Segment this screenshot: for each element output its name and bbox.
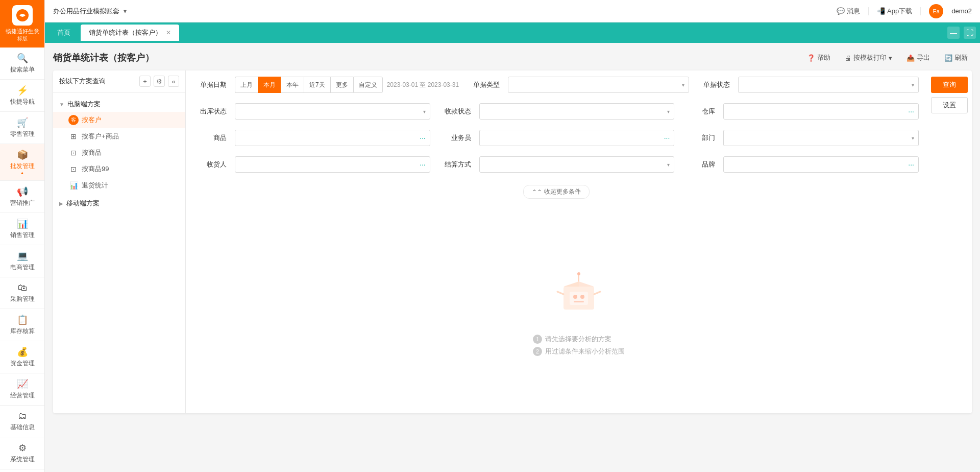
- refresh-icon: 🔄: [944, 54, 952, 62]
- receiver-filter[interactable]: ···: [235, 156, 430, 173]
- sidebar-item-label: 系统管理: [10, 455, 35, 464]
- sidebar-item-inventory[interactable]: 📋 库存核算: [0, 309, 45, 341]
- main-panel: 按以下方案查询 + ⚙ « ▼ 电脑端方案 客: [53, 70, 972, 413]
- sidebar-item-label: 采购管理: [10, 295, 35, 303]
- export-button[interactable]: 📤 导出: [902, 51, 934, 64]
- sidebar-item-ecommerce[interactable]: 💻 电商管理: [0, 245, 45, 277]
- retail-icon: 🛒: [17, 117, 28, 128]
- inventory-icon: 📋: [17, 314, 28, 325]
- scheme-add-button[interactable]: +: [139, 76, 151, 87]
- sidebar-item-search[interactable]: 🔍 搜索菜单: [0, 48, 45, 80]
- system-icon: ⚙: [18, 442, 27, 454]
- tree-group-pc-header[interactable]: ▼ 电脑端方案: [53, 97, 185, 112]
- sidebar-item-retail[interactable]: 🛒 零售管理: [0, 112, 45, 144]
- sidebar-item-finance[interactable]: 💰 资金管理: [0, 341, 45, 373]
- filter-row-3: 商品 ··· 业务员 ··· 部门: [186, 126, 927, 146]
- goods-dots: ···: [420, 134, 426, 142]
- download-icon: 📲: [877, 7, 885, 15]
- sidebar-item-wholesale[interactable]: 📦 批发管理 ▲: [0, 144, 45, 181]
- tree-item-by-product[interactable]: ⊡ 按商品: [53, 145, 185, 161]
- query-button[interactable]: 查询: [931, 77, 968, 93]
- pay-status-filter[interactable]: ▾: [479, 103, 675, 120]
- tabbar: 首页 销货单统计表（按客户） ✕ — ⛶: [45, 22, 980, 43]
- basic-icon: 🗂: [18, 411, 27, 421]
- scheme-collapse-button[interactable]: «: [168, 76, 179, 87]
- tab-minimize-button[interactable]: —: [947, 27, 960, 39]
- topbar-right: 💬 消息 📲 App下载 Ea demo2: [837, 4, 972, 18]
- topbar-left: 办公用品行业模拟账套 ▾: [53, 7, 127, 16]
- svg-marker-2: [564, 281, 579, 287]
- message-button[interactable]: 💬 消息: [837, 7, 860, 16]
- svg-point-5: [573, 295, 577, 299]
- tree-item-by-customer[interactable]: 客 按客户: [53, 112, 185, 128]
- date-btn-7days[interactable]: 近7天: [304, 77, 330, 93]
- collapse-button[interactable]: ⌃⌃ 收起更多条件: [523, 185, 590, 199]
- username[interactable]: demo2: [951, 7, 972, 15]
- tab-fullscreen-button[interactable]: ⛶: [964, 27, 976, 39]
- refresh-button[interactable]: 🔄 刷新: [940, 51, 972, 64]
- filter-row-2: 出库状态 ▾ 收款状态 ▾ 仓库: [186, 99, 927, 120]
- app-download-button[interactable]: 📲 App下载: [877, 7, 912, 16]
- dept-label: 部门: [682, 133, 715, 143]
- status-filter[interactable]: ▾: [738, 77, 919, 93]
- sidebar-item-sales[interactable]: 📊 销售管理: [0, 213, 45, 245]
- tree-expand-arrow: ▼: [59, 102, 64, 107]
- help-button[interactable]: ❓ 帮助: [803, 51, 835, 64]
- sidebar-item-purchase[interactable]: 🛍 采购管理: [0, 277, 45, 309]
- dept-filter[interactable]: ▾: [723, 130, 919, 146]
- settings-button[interactable]: 设置: [931, 97, 968, 113]
- page-title: 销货单统计表（按客户）: [53, 52, 154, 64]
- customer-icon: 客: [68, 115, 79, 125]
- template-print-button[interactable]: 🖨 按模板打印 ▾: [841, 51, 896, 64]
- divider2: [920, 7, 921, 15]
- date-btn-last-month[interactable]: 上月: [235, 77, 258, 93]
- date-btn-this-month[interactable]: 本月: [258, 77, 281, 93]
- warehouse-dots: ···: [908, 107, 914, 115]
- svg-rect-7: [574, 301, 584, 302]
- tree-group-mobile: ▶ 移动端方案: [53, 196, 185, 211]
- salesperson-filter[interactable]: ···: [479, 130, 675, 146]
- sales-icon: 📊: [17, 218, 28, 229]
- sidebar: 畅捷通好生意 标版 🔍 搜索菜单 ⚡ 快捷导航 🛒 零售管理 📦 批发管理 ▲ …: [0, 0, 45, 472]
- brand-label: 品牌: [682, 160, 715, 169]
- tree-collapse-arrow: ▶: [59, 201, 63, 206]
- goods-filter[interactable]: ···: [235, 130, 430, 146]
- warehouse-label: 仓库: [682, 107, 715, 116]
- query-buttons: 查询 设置: [927, 70, 972, 203]
- sidebar-item-enterprise[interactable]: 🤝 企业协同: [0, 469, 45, 472]
- payment-method-arrow: ▾: [667, 162, 670, 168]
- tree-item-by-product99[interactable]: ⊡ 按商品99: [53, 161, 185, 177]
- date-btn-more[interactable]: 更多: [330, 77, 353, 93]
- date-label: 单据日期: [194, 80, 227, 89]
- tab-close-button[interactable]: ✕: [166, 29, 171, 36]
- warehouse-filter[interactable]: ···: [723, 103, 919, 120]
- payment-method-filter[interactable]: ▾: [479, 156, 675, 173]
- tabbar-right: — ⛶: [947, 27, 976, 39]
- tree-item-by-customer-product[interactable]: ⊞ 按客户+商品: [53, 128, 185, 145]
- receiver-label: 收货人: [194, 160, 227, 169]
- sidebar-item-basic[interactable]: 🗂 基础信息: [0, 406, 45, 437]
- date-btn-this-year[interactable]: 本年: [281, 77, 304, 93]
- tree-item-return-stat[interactable]: 📊 退货统计: [53, 177, 185, 194]
- sidebar-item-system[interactable]: ⚙ 系统管理: [0, 437, 45, 469]
- avatar[interactable]: Ea: [929, 4, 943, 18]
- sidebar-item-marketing[interactable]: 📢 营销推广: [0, 181, 45, 213]
- tree-mobile-label: 移动端方案: [66, 199, 100, 208]
- tree-group-mobile-header[interactable]: ▶ 移动端方案: [53, 196, 185, 211]
- tab-sales-stat[interactable]: 销货单统计表（按客户） ✕: [81, 25, 179, 41]
- date-btn-custom[interactable]: 自定义: [353, 77, 383, 93]
- brand-filter[interactable]: ···: [723, 156, 919, 173]
- app-name: 畅捷通好生意: [6, 28, 39, 35]
- scheme-sidebar: 按以下方案查询 + ⚙ « ▼ 电脑端方案 客: [53, 70, 186, 413]
- stock-status-filter[interactable]: ▾: [235, 103, 430, 120]
- sidebar-item-label: 快捷导航: [10, 98, 35, 106]
- scheme-settings-button[interactable]: ⚙: [154, 76, 165, 87]
- sidebar-item-operations[interactable]: 📈 经营管理: [0, 373, 45, 406]
- tab-home[interactable]: 首页: [49, 25, 79, 41]
- topbar-dropdown-arrow[interactable]: ▾: [124, 8, 127, 15]
- sidebar-item-quick-nav[interactable]: ⚡ 快捷导航: [0, 80, 45, 112]
- type-filter[interactable]: ▾: [508, 77, 689, 93]
- type-dropdown-arrow: ▾: [682, 82, 684, 88]
- avatar-initials: Ea: [933, 8, 940, 14]
- svg-point-6: [580, 295, 584, 299]
